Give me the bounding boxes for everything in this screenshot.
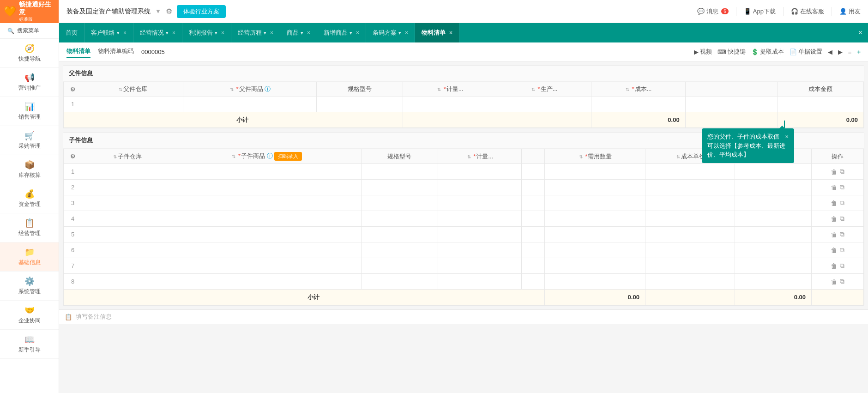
child-spec-4[interactable] (362, 211, 438, 227)
tab-profit[interactable]: 利润报告 ▾ × (182, 23, 231, 42)
tab-home[interactable]: 首页 (59, 23, 84, 42)
tab-customers[interactable]: 客户联络 ▾ × (84, 23, 133, 42)
child-needed-4[interactable] (545, 211, 645, 227)
nav-close-icon[interactable]: × (853, 29, 868, 37)
single-settings-action[interactable]: 📄 单据设置 (790, 48, 822, 56)
tab-bom[interactable]: 物料清单 × (415, 23, 459, 42)
parent-production-cell[interactable] (497, 97, 591, 112)
child-product-6[interactable] (172, 242, 362, 258)
sidebar-item-operations[interactable]: 📋 经营管理 (0, 213, 59, 242)
dropdown-arrow-icon[interactable]: ▼ (155, 8, 161, 15)
tab-close-icon[interactable]: × (356, 30, 359, 36)
tab-operations[interactable]: 经营情况 ▾ × (133, 23, 182, 42)
tab-barcode[interactable]: 条码方案 ▾ × (366, 23, 415, 42)
sidebar-item-basic[interactable]: 📁 基础信息 (0, 242, 59, 272)
parent-warehouse-cell[interactable] (82, 97, 183, 112)
copy-icon[interactable]: ⧉ (840, 168, 844, 175)
sidebar-item-marketing[interactable]: 📢 营销推广 (0, 68, 59, 97)
child-qty-5[interactable] (438, 227, 521, 242)
child-spec-8[interactable] (362, 274, 438, 290)
extract-cost-action[interactable]: 💲 提取成本 (751, 48, 784, 56)
delete-icon[interactable]: 🗑 (831, 278, 837, 285)
child-product-7[interactable] (172, 258, 362, 274)
notes-label[interactable]: 填写备注信息 (76, 313, 112, 321)
child-spec-3[interactable] (362, 195, 438, 211)
child-needed-1[interactable] (545, 164, 645, 180)
child-warehouse-8[interactable] (82, 274, 172, 290)
parent-quantity-cell[interactable] (403, 97, 497, 112)
sidebar-item-sales[interactable]: 📊 销售管理 (0, 97, 59, 126)
child-qty-4[interactable] (438, 211, 521, 227)
child-needed-8[interactable] (545, 274, 645, 290)
child-needed-3[interactable] (545, 195, 645, 211)
child-cost-unit-3[interactable] (645, 195, 735, 211)
user-action[interactable]: 👤 用友 (839, 7, 861, 16)
child-cost-unit-2[interactable] (645, 180, 735, 195)
child-cost-unit-7[interactable] (645, 258, 735, 274)
child-warehouse-2[interactable] (82, 180, 172, 195)
parent-product-cell[interactable] (183, 97, 317, 112)
sidebar-item-inventory[interactable]: 📦 库存核算 (0, 155, 59, 184)
message-action[interactable]: 💬 消息 6 (697, 7, 729, 16)
child-warehouse-7[interactable] (82, 258, 172, 274)
tab-close-icon[interactable]: × (270, 30, 273, 36)
scan-input-button[interactable]: 扫码录入 (274, 152, 302, 161)
copy-icon[interactable]: ⧉ (840, 199, 844, 207)
sidebar-item-system[interactable]: ⚙️ 系统管理 (0, 272, 59, 301)
parent-spec-cell[interactable] (317, 97, 403, 112)
child-cost-unit-8[interactable] (645, 274, 735, 290)
online-service-action[interactable]: 🎧 在线客服 (791, 7, 824, 16)
child-product-4[interactable] (172, 211, 362, 227)
delete-icon[interactable]: 🗑 (831, 168, 837, 175)
delete-icon[interactable]: 🗑 (831, 184, 837, 191)
child-needed-2[interactable] (545, 180, 645, 195)
tab-close-icon[interactable]: × (123, 30, 127, 36)
child-qty-6[interactable] (438, 242, 521, 258)
tab-new-goods[interactable]: 新增商品 ▾ × (317, 23, 366, 42)
settings-icon[interactable]: ⚙ (166, 7, 172, 16)
nav-menu-button[interactable]: ≡ (848, 48, 852, 55)
child-spec-2[interactable] (362, 180, 438, 195)
sidebar-item-purchase[interactable]: 🛒 采购管理 (0, 126, 59, 155)
nav-next-button[interactable]: ▶ (838, 48, 843, 55)
child-spec-5[interactable] (362, 227, 438, 242)
child-qty-3[interactable] (438, 195, 521, 211)
tab-close-icon[interactable]: × (449, 30, 452, 36)
child-qty-8[interactable] (438, 274, 521, 290)
child-warehouse-4[interactable] (82, 211, 172, 227)
trial-button[interactable]: 体验行业方案 (177, 5, 226, 18)
parent-cost-cell[interactable] (591, 97, 685, 112)
sidebar-item-guide[interactable]: 📖 新手引导 (0, 330, 59, 359)
shortcut-action[interactable]: ⌨ 快捷键 (717, 48, 746, 56)
child-spec-7[interactable] (362, 258, 438, 274)
child-cost-unit-4[interactable] (645, 211, 735, 227)
sidebar-item-enterprise[interactable]: 🤝 企业协同 (0, 301, 59, 330)
child-product-1[interactable] (172, 164, 362, 180)
child-warehouse-1[interactable] (82, 164, 172, 180)
child-warehouse-3[interactable] (82, 195, 172, 211)
child-needed-5[interactable] (545, 227, 645, 242)
child-needed-6[interactable] (545, 242, 645, 258)
tab-goods[interactable]: 商品 ▾ × (280, 23, 317, 42)
tab-close-icon[interactable]: × (221, 30, 224, 36)
child-spec-1[interactable] (362, 164, 438, 180)
nav-add-button[interactable]: + (857, 48, 861, 55)
tab-close-icon[interactable]: × (307, 30, 310, 36)
copy-icon[interactable]: ⧉ (840, 230, 844, 238)
search-menu[interactable]: 🔍 搜索菜单 (0, 23, 59, 39)
sidebar-item-finance[interactable]: 💰 资金管理 (0, 184, 59, 213)
delete-icon[interactable]: 🗑 (831, 247, 837, 254)
copy-icon[interactable]: ⧉ (840, 183, 844, 191)
nav-prev-button[interactable]: ◀ (828, 48, 832, 55)
tab-close-icon[interactable]: × (405, 30, 408, 36)
tab-close-icon[interactable]: × (172, 30, 175, 36)
child-cost-unit-1[interactable] (645, 164, 735, 180)
child-product-2[interactable] (172, 180, 362, 195)
copy-icon[interactable]: ⧉ (840, 278, 844, 285)
child-cost-unit-6[interactable] (645, 242, 735, 258)
delete-icon[interactable]: 🗑 (831, 215, 837, 223)
video-action[interactable]: ▶ 视频 (694, 48, 712, 56)
child-cost-unit-5[interactable] (645, 227, 735, 242)
child-warehouse-6[interactable] (82, 242, 172, 258)
copy-icon[interactable]: ⧉ (840, 262, 844, 270)
